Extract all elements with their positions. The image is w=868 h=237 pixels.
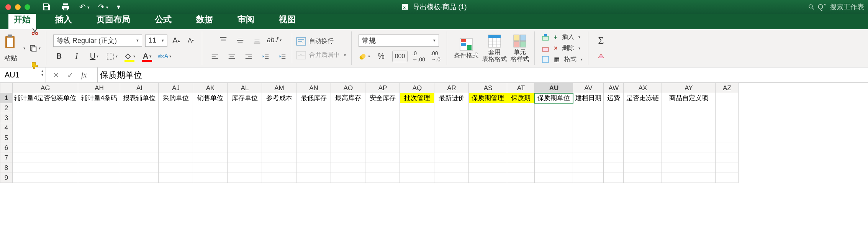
column-header[interactable]: AM [262, 83, 296, 93]
cell[interactable] [624, 143, 662, 153]
cell[interactable] [296, 123, 331, 133]
cell[interactable] [296, 153, 331, 163]
cell[interactable] [535, 113, 573, 123]
cell[interactable]: 库存单位 [228, 93, 262, 103]
insert-cells-button[interactable]: +插入▾ [542, 33, 580, 41]
spreadsheet-grid[interactable]: AGAHAIAJAKALAMANAOAPAQARASATAUAVAWAXAYAZ… [0, 83, 868, 183]
cell[interactable] [624, 103, 662, 113]
cell[interactable] [296, 143, 331, 153]
cell[interactable] [228, 123, 262, 133]
number-format-combo[interactable]: 常规▾ [359, 35, 439, 47]
confirm-edit-icon[interactable]: ✓ [67, 71, 74, 80]
cell[interactable] [331, 173, 365, 183]
cell[interactable] [662, 173, 716, 183]
cell[interactable] [434, 103, 469, 113]
search-sheet[interactable]: Q˄ 搜索工作表 [808, 2, 864, 12]
cell[interactable]: 建档日期 [573, 93, 604, 103]
cell[interactable] [365, 113, 400, 123]
cell[interactable] [120, 113, 159, 123]
borders-button[interactable]: ▾ [106, 51, 118, 62]
align-center-icon[interactable] [226, 51, 237, 62]
cell[interactable] [262, 153, 296, 163]
phonetic-guide-button[interactable]: abcA▾ [159, 51, 170, 62]
cell[interactable]: 报表辅单位 [120, 93, 159, 103]
cell[interactable] [662, 113, 716, 123]
cell[interactable] [159, 103, 193, 113]
cell[interactable] [365, 173, 400, 183]
cell[interactable] [13, 153, 78, 163]
undo-button[interactable]: ↶▾ [79, 2, 90, 12]
format-cells-button[interactable]: ▦格式▾ [542, 55, 583, 63]
cell[interactable] [193, 173, 228, 183]
cell[interactable] [193, 103, 228, 113]
merge-center-button[interactable]: 合并后居中▾ [296, 51, 346, 59]
paste-menu-caret[interactable]: ▾ [23, 46, 25, 50]
cell[interactable] [228, 133, 262, 143]
cell[interactable] [331, 103, 365, 113]
cell[interactable] [507, 123, 535, 133]
cell[interactable] [400, 103, 434, 113]
cell[interactable] [716, 173, 739, 183]
cell[interactable] [573, 133, 604, 143]
minimize-window-button[interactable] [15, 4, 21, 10]
column-header[interactable]: AK [193, 83, 228, 93]
decrease-indent-icon[interactable] [260, 51, 271, 62]
comma-button[interactable]: 000 [392, 51, 408, 62]
cell[interactable] [365, 103, 400, 113]
cell[interactable] [573, 163, 604, 173]
cell[interactable] [400, 153, 434, 163]
cell[interactable] [78, 163, 120, 173]
cell[interactable]: 辅计量4是否包装单位 [13, 93, 78, 103]
align-top-icon[interactable] [218, 35, 229, 46]
cell[interactable] [662, 103, 716, 113]
cell[interactable] [507, 133, 535, 143]
cell[interactable] [159, 123, 193, 133]
cell[interactable] [604, 153, 624, 163]
cell[interactable] [159, 153, 193, 163]
cell[interactable] [296, 103, 331, 113]
cell[interactable] [716, 153, 739, 163]
cell[interactable] [365, 123, 400, 133]
cell[interactable] [78, 113, 120, 123]
cell[interactable] [78, 103, 120, 113]
italic-button[interactable]: I [71, 51, 82, 62]
column-header[interactable]: AH [78, 83, 120, 93]
cell-styles-button[interactable]: 单元 格样式 [511, 34, 529, 62]
align-left-icon[interactable] [209, 51, 221, 62]
print-icon[interactable] [60, 2, 71, 12]
font-size-combo[interactable]: 11▾ [145, 35, 167, 47]
cell[interactable] [13, 173, 78, 183]
currency-button[interactable]: ▾ [359, 51, 370, 62]
cell[interactable] [228, 163, 262, 173]
column-header[interactable]: AT [507, 83, 535, 93]
cell[interactable] [262, 103, 296, 113]
cell[interactable] [159, 133, 193, 143]
column-header[interactable]: AJ [159, 83, 193, 93]
column-header[interactable]: AZ [716, 83, 739, 93]
copy-icon[interactable]: ▾ [29, 43, 41, 54]
decrease-font-icon[interactable]: A▾ [185, 35, 197, 46]
wrap-text-button[interactable]: 自动换行 [296, 37, 334, 46]
cell[interactable] [573, 113, 604, 123]
orientation-icon[interactable]: ab⤴▾ [268, 35, 280, 46]
column-header[interactable]: AW [604, 83, 624, 93]
row-header[interactable]: 8 [0, 163, 13, 173]
cancel-edit-icon[interactable]: ✕ [53, 71, 59, 80]
cell[interactable] [331, 133, 365, 143]
bold-button[interactable]: B [53, 51, 65, 62]
cell[interactable] [604, 103, 624, 113]
row-header[interactable]: 7 [0, 153, 13, 163]
cell[interactable] [624, 113, 662, 123]
cell[interactable] [604, 163, 624, 173]
cell[interactable] [78, 133, 120, 143]
column-header[interactable]: AI [120, 83, 159, 93]
cell[interactable] [716, 133, 739, 143]
column-header[interactable]: AP [365, 83, 400, 93]
increase-font-icon[interactable]: A▴ [170, 35, 182, 46]
cell[interactable] [120, 133, 159, 143]
cell[interactable] [13, 143, 78, 153]
cell[interactable] [716, 143, 739, 153]
cell[interactable]: 参考成本 [262, 93, 296, 103]
cell[interactable] [604, 143, 624, 153]
cell[interactable] [331, 163, 365, 173]
